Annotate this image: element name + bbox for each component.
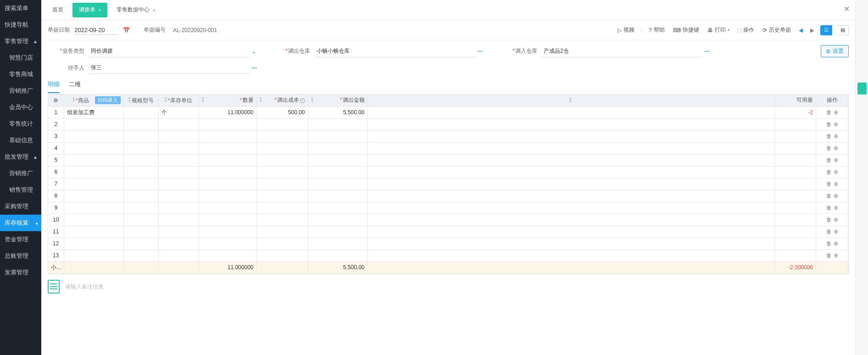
scan-button[interactable]: 扫码录入	[95, 96, 121, 104]
tab-2d[interactable]: 二维	[69, 80, 81, 93]
add-row-icon[interactable]: ⊕	[834, 205, 838, 211]
more-icon[interactable]: ⋯	[251, 65, 257, 71]
tab-2[interactable]: 零售数据中心×	[110, 3, 161, 17]
table-row[interactable]: 8🗑⊕	[48, 190, 848, 202]
sidebar-item-4[interactable]: 零售商城	[0, 66, 41, 83]
view-list-button[interactable]: ☰	[820, 25, 832, 35]
add-row-icon[interactable]: ⊕	[834, 145, 838, 151]
sidebar-item-0[interactable]: 搜索菜单	[0, 0, 41, 17]
add-row-icon[interactable]: ⊕	[834, 193, 838, 199]
nav-prev-icon[interactable]: ◀	[797, 27, 804, 33]
sidebar-item-6[interactable]: 会员中心	[0, 99, 41, 116]
table-row[interactable]: 7🗑⊕	[48, 178, 848, 190]
add-row-icon[interactable]: ⊕	[834, 157, 838, 163]
out-wh-input[interactable]	[315, 45, 475, 57]
sidebar-item-1[interactable]: 快捷导航	[0, 17, 41, 33]
delete-icon[interactable]: 🗑	[826, 157, 832, 163]
col-cost[interactable]: ▴▾*调出成本?	[256, 94, 308, 106]
rail-expand-button[interactable]	[857, 83, 867, 94]
sidebar-item-12[interactable]: 采购管理	[0, 198, 41, 215]
col-qty[interactable]: ▴▾*数量	[199, 94, 256, 106]
more-icon[interactable]: ⋯	[704, 48, 710, 55]
close-icon[interactable]: ×	[152, 7, 155, 13]
sidebar-item-9[interactable]: 批发管理▲	[0, 149, 41, 165]
nav-next-icon[interactable]: ▶	[809, 27, 816, 33]
table-row[interactable]: 13🗑⊕	[48, 250, 848, 261]
sidebar-item-3[interactable]: 智慧门店	[0, 50, 41, 66]
sidebar-item-7[interactable]: 零售统计	[0, 116, 41, 132]
table-row[interactable]: 6🗑⊕	[48, 166, 848, 178]
delete-icon[interactable]: 🗑	[826, 109, 832, 116]
add-row-icon[interactable]: ⊕	[834, 133, 838, 139]
sidebar-item-10[interactable]: 营销推广	[0, 165, 41, 182]
sidebar-item-11[interactable]: 销售管理	[0, 182, 41, 198]
shortcut-link[interactable]: ⌨快捷键	[671, 26, 701, 34]
sidebar-item-13[interactable]: 库存核算◂	[0, 215, 41, 231]
delete-icon[interactable]: 🗑	[826, 240, 832, 247]
info-icon[interactable]: ?	[300, 98, 305, 103]
calendar-icon[interactable]: 📅	[123, 27, 130, 33]
help-link[interactable]: ?帮助	[647, 26, 667, 34]
sidebar-item-5[interactable]: 营销推广	[0, 83, 41, 99]
delete-icon[interactable]: 🗑	[826, 145, 832, 151]
table-row[interactable]: 1组装加工费个11.000000500.005,500.00-2🗑⊕	[48, 106, 848, 118]
add-row-icon[interactable]: ⊕	[834, 228, 838, 235]
biz-type-input[interactable]	[89, 45, 250, 57]
delete-icon[interactable]: 🗑	[826, 252, 832, 259]
video-link[interactable]: ▷视频	[616, 26, 636, 34]
date-label: 单据日期	[48, 26, 70, 34]
col-product[interactable]: ▴▾*商品扫码录入	[64, 94, 123, 106]
add-row-icon[interactable]: ⊕	[834, 216, 838, 223]
remark-input[interactable]	[65, 283, 849, 290]
table-row[interactable]: 11🗑⊕	[48, 226, 848, 238]
notes-icon[interactable]	[48, 280, 60, 294]
table-row[interactable]: 12🗑⊕	[48, 238, 848, 250]
more-icon[interactable]: ⋯	[477, 48, 483, 55]
sidebar-item-15[interactable]: 总账管理	[0, 248, 41, 264]
history-button[interactable]: ⟳历史单据	[761, 26, 793, 34]
in-wh-input[interactable]	[542, 45, 702, 57]
table-row[interactable]: 3🗑⊕	[48, 130, 848, 142]
tab-1[interactable]: 调拨单×	[72, 3, 107, 17]
sidebar-item-2[interactable]: 零售管理▲	[0, 33, 41, 50]
delete-icon[interactable]: 🗑	[826, 205, 832, 211]
sidebar-item-16[interactable]: 发票管理	[0, 264, 41, 281]
add-row-icon[interactable]: ⊕	[834, 240, 838, 247]
add-row-icon[interactable]: ⊕	[834, 181, 838, 187]
date-input[interactable]	[74, 26, 118, 35]
add-row-icon[interactable]: ⊕	[834, 252, 838, 259]
close-icon[interactable]: ×	[98, 7, 101, 13]
handler-input[interactable]	[89, 62, 250, 74]
add-row-icon[interactable]: ⊕	[834, 169, 838, 175]
delete-icon[interactable]: 🗑	[826, 181, 832, 187]
delete-icon[interactable]: 🗑	[826, 228, 832, 235]
close-all-icon[interactable]: ✕	[844, 5, 850, 13]
add-row-icon[interactable]: ⊕	[834, 121, 838, 128]
settings-button[interactable]: ⚙设置	[821, 45, 849, 57]
delete-icon[interactable]: 🗑	[826, 216, 832, 223]
delete-icon[interactable]: 🗑	[826, 133, 832, 139]
table-row[interactable]: 5🗑⊕	[48, 154, 848, 166]
tab-detail[interactable]: 明细	[48, 80, 60, 93]
delete-icon[interactable]: 🗑	[826, 193, 832, 199]
history-icon: ⟳	[762, 27, 767, 33]
col-avail[interactable]: 可用量	[775, 94, 816, 106]
table-row[interactable]: 2🗑⊕	[48, 118, 848, 130]
gear-column-icon[interactable]: ⚙	[48, 94, 64, 106]
sidebar-item-14[interactable]: 资金管理	[0, 231, 41, 248]
table-row[interactable]: 10🗑⊕	[48, 214, 848, 226]
col-unit[interactable]: ▴▾*库存单位	[158, 94, 199, 106]
table-row[interactable]: 4🗑⊕	[48, 142, 848, 154]
delete-icon[interactable]: 🗑	[826, 169, 832, 175]
ops-button[interactable]: ⸬操作	[736, 26, 756, 34]
chevron-down-icon[interactable]: ⌄	[251, 48, 256, 55]
delete-icon[interactable]: 🗑	[826, 121, 832, 128]
view-card-button[interactable]: ▤	[837, 25, 849, 35]
print-button[interactable]: 🖶打印▾	[706, 26, 731, 34]
col-amount[interactable]: ▴▾*调出金额	[308, 94, 367, 106]
add-row-icon[interactable]: ⊕	[834, 109, 838, 116]
table-row[interactable]: 9🗑⊕	[48, 202, 848, 214]
sidebar-item-8[interactable]: 基础信息	[0, 132, 41, 149]
tab-0[interactable]: 首页	[46, 3, 70, 17]
col-spec[interactable]: ▴▾规格型号	[123, 94, 158, 106]
